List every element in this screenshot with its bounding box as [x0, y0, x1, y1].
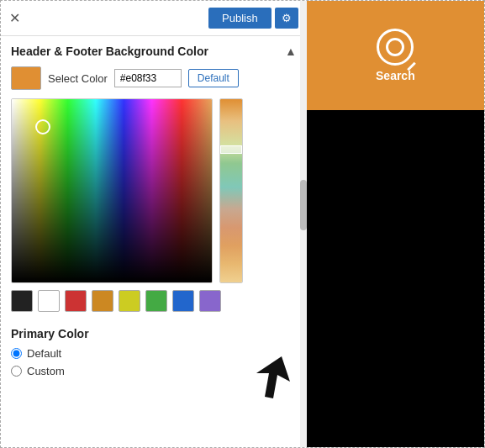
radio-default[interactable]: [11, 348, 22, 359]
black-area: [307, 110, 484, 448]
preset-yellow[interactable]: [119, 290, 140, 312]
search-lens: [386, 38, 404, 56]
right-panel: Search: [307, 1, 484, 448]
top-bar: ✕ Publish ⚙: [1, 1, 307, 36]
preset-blue[interactable]: [172, 290, 194, 312]
preset-purple[interactable]: [199, 290, 221, 312]
left-panel: ✕ Publish ⚙ Header & Footer Background C…: [1, 1, 307, 448]
hue-handle[interactable]: [220, 145, 242, 154]
hue-gradient: [220, 99, 242, 282]
svg-marker-0: [256, 356, 290, 398]
radio-custom[interactable]: [11, 366, 22, 377]
gradient-canvas[interactable]: [11, 98, 213, 283]
preset-black[interactable]: [11, 290, 33, 312]
preset-white[interactable]: [38, 290, 60, 312]
publish-button[interactable]: Publish: [208, 8, 271, 29]
settings-button[interactable]: ⚙: [275, 8, 298, 29]
hue-slider[interactable]: [219, 98, 243, 283]
search-label: Search: [376, 69, 415, 82]
color-circle-handle[interactable]: [35, 119, 50, 134]
section-title-bar: Header & Footer Background Color ▲: [1, 36, 307, 63]
hex-input[interactable]: [114, 69, 182, 87]
search-icon-circle: [377, 29, 414, 66]
collapse-button[interactable]: ▲: [285, 45, 297, 58]
scrollbar-thumb[interactable]: [300, 180, 307, 230]
radio-custom-row: Custom: [11, 365, 297, 377]
preset-colors: [1, 283, 307, 319]
section-title-text: Header & Footer Background Color: [11, 45, 208, 58]
primary-color-title: Primary Color: [11, 327, 297, 340]
radio-default-row: Default: [11, 347, 297, 360]
radio-custom-label: Custom: [27, 365, 65, 377]
color-swatch-button[interactable]: [11, 66, 41, 90]
preset-green[interactable]: [145, 290, 167, 312]
preset-red[interactable]: [65, 290, 87, 312]
radio-default-label: Default: [27, 347, 61, 360]
preset-orange[interactable]: [92, 290, 113, 312]
scrollbar[interactable]: [300, 1, 307, 448]
select-color-label: Select Color: [48, 72, 108, 85]
search-widget: Search: [307, 1, 484, 110]
publish-area: Publish ⚙: [208, 8, 298, 29]
color-select-row: Select Color Default: [1, 63, 307, 98]
color-picker-container: [11, 98, 297, 283]
close-button[interactable]: ✕: [9, 10, 20, 26]
default-button[interactable]: Default: [188, 69, 239, 87]
